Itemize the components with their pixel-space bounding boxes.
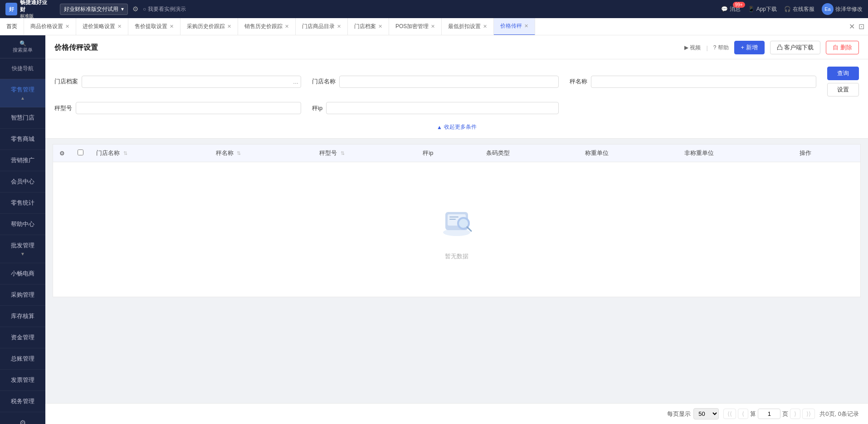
tab-price-scale[interactable]: 价格传秤 ✕	[494, 18, 535, 35]
page-nav: ⟨⟨ ⟨ 算 页 ⟩ ⟩⟩	[723, 409, 815, 419]
tab-sales-history[interactable]: 销售历史价跟踪 ✕	[238, 18, 296, 35]
close-icon[interactable]: ✕	[337, 24, 341, 29]
app-logo: 好 畅捷通好业财 标准版	[5, 0, 51, 19]
app-name: 畅捷通好业财	[20, 0, 51, 13]
ellipsis-icon[interactable]: ...	[293, 78, 298, 85]
next-page-btn[interactable]: ⟩	[790, 409, 800, 419]
filter-store-archive: 门店档案 ...	[54, 76, 301, 88]
tab-home[interactable]: 首页	[0, 18, 24, 35]
sidebar-item-finance[interactable]: 资金管理	[0, 327, 45, 348]
sidebar-item-retail-stats[interactable]: 零售统计	[0, 193, 45, 214]
filter-scale-ip: 秤ip	[312, 102, 559, 114]
sidebar-gear-icon[interactable]: ⚙	[20, 419, 26, 424]
tab-sale-price[interactable]: 售价提取设置 ✕	[128, 18, 180, 35]
tab-pos-management[interactable]: POS加密管理 ✕	[389, 18, 442, 35]
close-icon[interactable]: ✕	[285, 24, 289, 29]
store-archive-input[interactable]	[82, 76, 301, 88]
scale-name-label: 秤名称	[570, 77, 587, 86]
sidebar-item-quick-nav[interactable]: 快捷导航	[0, 61, 45, 76]
download-button[interactable]: 凸 客户端下载	[770, 41, 821, 54]
sidebar-item-help[interactable]: 帮助中心	[0, 214, 45, 235]
tab-purchase-history[interactable]: 采购历史价跟踪 ✕	[180, 18, 238, 35]
sidebar-item-invoice[interactable]: 发票管理	[0, 370, 45, 391]
messages-btn[interactable]: 💬 消息 99+	[721, 5, 741, 13]
demo-link[interactable]: ○ 我要看实例演示	[143, 5, 186, 13]
sidebar-item-tax[interactable]: 税务管理	[0, 391, 45, 412]
tab-purchase-strategy[interactable]: 进价策略设置 ✕	[76, 18, 128, 35]
add-button[interactable]: + 新增	[734, 41, 765, 54]
tab-min-discount[interactable]: 最低折扣设置 ✕	[442, 18, 494, 35]
delete-button[interactable]: 自 删除	[826, 41, 859, 54]
sidebar-item-purchase[interactable]: 采购管理	[0, 284, 45, 306]
close-icon[interactable]: ✕	[227, 24, 231, 29]
svg-rect-7	[449, 219, 456, 220]
scale-ip-input[interactable]	[326, 102, 559, 114]
separator: |	[706, 44, 707, 51]
tab-bar-end: ✕ ⊡	[849, 22, 868, 31]
sidebar-item-retail-mall[interactable]: 零售商城	[0, 129, 45, 150]
phone-icon: 📱	[748, 6, 755, 12]
page-total: 共0页, 0条记录	[819, 410, 859, 418]
user-menu[interactable]: Ea 徐泽华修改	[822, 3, 863, 15]
chevron-down-icon: ▾	[121, 6, 124, 12]
sidebar-search[interactable]: 🔍 搜索菜单	[0, 35, 45, 58]
page-header-right: ▶ 视频 | ? 帮助 + 新增 凸 客户端下载 自 删除	[684, 41, 859, 54]
scale-name-input[interactable]	[591, 76, 816, 88]
sidebar-item-xiaochang[interactable]: 小畅电商	[0, 263, 45, 284]
sort-icon[interactable]: ⇅	[341, 150, 345, 156]
close-window-icon[interactable]: ✕	[849, 22, 855, 31]
page-suffix: 页	[782, 410, 788, 418]
sidebar-item-wholesale[interactable]: 批发管理 ▼	[0, 235, 45, 263]
sidebar: 🔍 搜索菜单 快捷导航 零售管理 ▲ 智慧门店 零售商城 营销推广 会员中心 零…	[0, 35, 45, 424]
top-bar-center: 好业财标准版交付试用 ▾ ⚙ ○ 我要看实例演示	[51, 4, 721, 15]
empty-icon	[434, 198, 479, 245]
collapse-button[interactable]: ▲ 收起更多条件	[54, 120, 859, 135]
close-icon[interactable]: ✕	[170, 24, 174, 29]
video-link[interactable]: ▶ 视频	[684, 44, 701, 52]
close-icon[interactable]: ✕	[117, 24, 122, 29]
sidebar-item-general-ledger[interactable]: 总账管理	[0, 348, 45, 370]
table-body: 暂无数据	[53, 162, 861, 297]
close-icon[interactable]: ✕	[483, 24, 487, 29]
store-archive-label: 门店档案	[54, 77, 78, 86]
help-link[interactable]: ? 帮助	[713, 44, 729, 52]
close-icon[interactable]: ✕	[431, 24, 435, 29]
tab-price-settings[interactable]: 商品价格设置 ✕	[24, 18, 76, 35]
messages-badge: 99+	[733, 2, 745, 8]
per-page: 每页显示 10 20 50 100	[667, 408, 719, 419]
sidebar-item-member[interactable]: 会员中心	[0, 171, 45, 193]
settings-icon[interactable]: ⚙	[59, 150, 65, 157]
store-name-label: 门店名称	[312, 77, 336, 86]
page-input[interactable]	[758, 409, 780, 419]
maximize-icon[interactable]: ⊡	[858, 22, 864, 31]
last-page-btn[interactable]: ⟩⟩	[802, 409, 815, 419]
close-icon[interactable]: ✕	[378, 24, 382, 29]
top-bar: 好 畅捷通好业财 标准版 好业财标准版交付试用 ▾ ⚙ ○ 我要看实例演示 💬 …	[0, 0, 868, 18]
query-button[interactable]: 查询	[827, 67, 859, 80]
data-table: ⚙ 门店名称 ⇅ 秤名称 ⇅	[53, 144, 861, 297]
th-weight-unit: 称重单位	[579, 145, 678, 162]
version-select[interactable]: 好业财标准版交付试用 ▾	[60, 4, 128, 15]
tab-shop-catalog[interactable]: 门店商品目录 ✕	[296, 18, 348, 35]
prev-page-btn[interactable]: ⟨	[738, 409, 748, 419]
close-icon[interactable]: ✕	[524, 23, 528, 29]
close-icon[interactable]: ✕	[65, 24, 69, 29]
sidebar-item-smart-shop[interactable]: 智慧门店	[0, 107, 45, 129]
first-page-btn[interactable]: ⟨⟨	[723, 409, 736, 419]
app-download-btn[interactable]: 📱 App下载	[748, 5, 777, 13]
sidebar-item-inventory[interactable]: 库存核算	[0, 306, 45, 327]
settings-icon[interactable]: ⚙	[132, 5, 138, 13]
sort-icon[interactable]: ⇅	[237, 150, 241, 156]
th-non-weight-unit: 非称重单位	[678, 145, 793, 162]
sidebar-item-marketing[interactable]: 营销推广	[0, 150, 45, 171]
settings-button[interactable]: 设置	[827, 83, 859, 96]
per-page-select[interactable]: 10 20 50 100	[693, 408, 719, 419]
store-name-input[interactable]	[339, 76, 559, 88]
select-all-checkbox[interactable]	[78, 149, 83, 155]
sidebar-item-retail[interactable]: 零售管理 ▲	[0, 79, 45, 107]
scale-model-input[interactable]	[76, 102, 301, 114]
online-service-btn[interactable]: 🎧 在线客服	[784, 5, 814, 13]
filter-scale-model: 秤型号	[54, 102, 301, 114]
tab-shop-archive[interactable]: 门店档案 ✕	[348, 18, 389, 35]
sort-icon[interactable]: ⇅	[123, 150, 127, 156]
